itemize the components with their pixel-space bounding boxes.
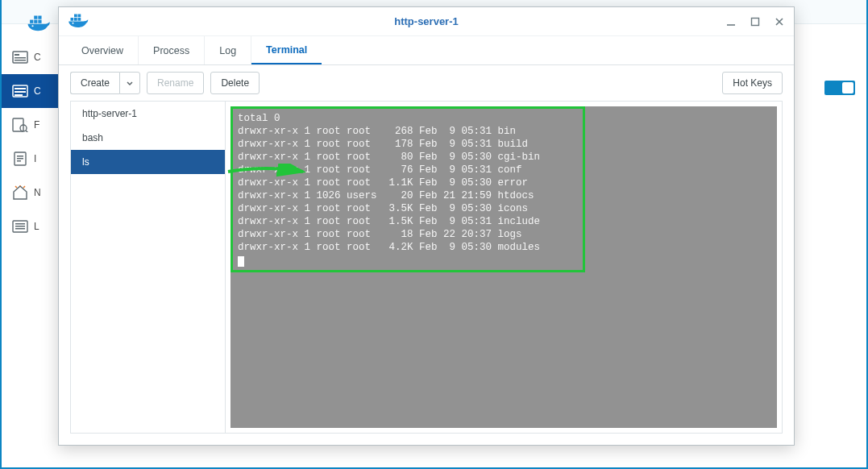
terminal-session-list: http-server-1bashls [70,101,225,434]
list-active-icon [11,84,29,98]
bg-sidebar: CCFINL [2,32,58,459]
svg-rect-30 [752,18,759,25]
home-icon [11,185,29,200]
svg-rect-9 [15,60,26,61]
terminal-panel[interactable]: total 0 drwxr-xr-x 1 root root 268 Feb 9… [225,101,783,434]
tab-terminal[interactable]: Terminal [251,36,322,64]
session-item[interactable]: http-server-1 [71,102,225,126]
session-item[interactable]: bash [71,126,225,150]
tab-overview[interactable]: Overview [67,36,139,64]
svg-rect-23 [15,228,25,230]
svg-rect-8 [15,57,26,59]
svg-rect-7 [15,54,19,56]
svg-rect-2 [38,20,41,23]
hotkeys-button[interactable]: Hot Keys [722,72,783,94]
docker-icon [67,11,91,32]
toolbar: Create Rename Delete Hot Keys [59,65,794,101]
create-dropdown-caret[interactable] [119,72,140,94]
svg-rect-25 [74,18,77,21]
svg-rect-26 [78,18,81,21]
svg-rect-11 [15,88,26,89]
svg-point-29 [73,22,74,23]
window-title: http-server-1 [59,15,794,27]
card-icon [11,50,29,64]
chevron-down-icon [127,81,133,86]
terminal-cursor [238,256,244,267]
titlebar: http-server-1 [59,7,794,36]
bg-sidebar-item[interactable]: I [2,142,58,176]
svg-rect-24 [71,18,74,21]
minimize-button[interactable] [725,15,737,28]
svg-rect-13 [15,94,23,96]
close-button[interactable] [773,15,786,28]
terminal-output: total 0 drwxr-xr-x 1 root root 268 Feb 9… [238,112,578,267]
container-window: http-server-1 OverviewProcessLogTerminal… [58,6,795,446]
create-button-main[interactable]: Create [70,72,119,94]
annotation-highlight: total 0 drwxr-xr-x 1 root root 268 Feb 9… [230,106,585,272]
bg-sidebar-item[interactable]: F [2,108,58,142]
create-button[interactable]: Create [70,72,140,94]
svg-rect-1 [34,20,37,23]
svg-rect-22 [15,226,25,227]
tab-process[interactable]: Process [139,36,205,64]
svg-rect-4 [38,16,41,19]
svg-rect-3 [34,16,37,19]
search-icon [11,118,29,132]
svg-point-5 [31,25,33,27]
svg-rect-19 [17,160,21,162]
list-icon [11,219,29,234]
tab-bar: OverviewProcessLogTerminal [59,36,794,65]
toggle-switch[interactable] [824,81,855,95]
bg-sidebar-item[interactable]: L [2,210,58,243]
rename-button[interactable]: Rename [147,72,204,94]
session-item[interactable]: ls [71,150,225,174]
svg-rect-18 [17,158,23,160]
svg-rect-27 [74,14,77,17]
svg-rect-21 [15,223,25,225]
bg-sidebar-item[interactable]: C [2,74,58,108]
maximize-button[interactable] [749,15,762,28]
svg-rect-17 [17,156,23,157]
doc-icon [11,151,29,166]
delete-button[interactable]: Delete [210,72,260,94]
bg-sidebar-item[interactable]: C [2,40,58,74]
tab-log[interactable]: Log [205,36,251,64]
svg-rect-28 [78,14,81,17]
svg-rect-12 [15,91,26,93]
svg-rect-0 [30,20,33,23]
bg-sidebar-item[interactable]: N [2,176,58,210]
